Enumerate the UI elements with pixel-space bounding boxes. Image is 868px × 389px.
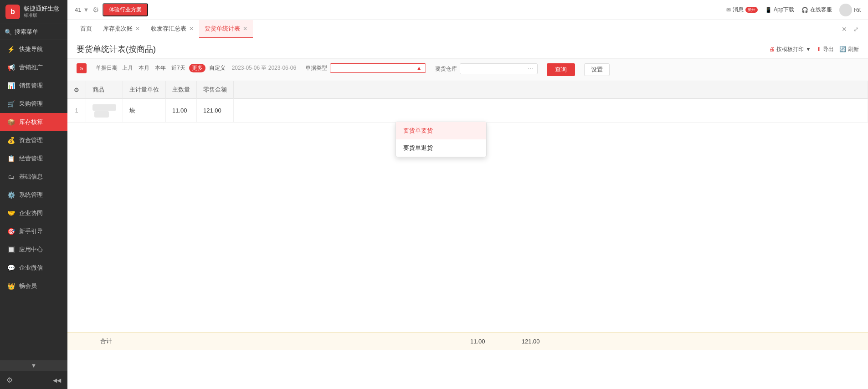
table-settings-icon[interactable]: ⚙ <box>74 87 79 93</box>
date-btn-this-month[interactable]: 本月 <box>137 63 151 73</box>
sidebar-item-sales[interactable]: 📊 销售管理 <box>0 77 67 95</box>
sidebar-item-member[interactable]: 👑 畅会员 <box>0 277 67 295</box>
warehouse-filter-section: 要货仓库 ··· <box>435 63 538 74</box>
collapse-icon[interactable]: ◀◀ <box>53 377 61 384</box>
sidebar-footer: ⚙ ◀◀ <box>0 371 67 389</box>
tab-order-stats-label: 要货单统计表 <box>205 25 240 33</box>
message-icon: ✉ <box>726 7 731 13</box>
sidebar-item-marketing[interactable]: 📢 营销推广 <box>0 58 67 77</box>
page-header: 要货单统计表(按商品) 🖨 按模板打印 ▼ ⬆ 导出 🔄 刷新 <box>67 38 868 59</box>
user-avatar-btn[interactable]: Rit <box>839 4 861 16</box>
sidebar-item-cooperation[interactable]: 🤝 企业协同 <box>0 204 67 222</box>
row-unit: 块 <box>123 99 166 123</box>
type-dropdown-arrow[interactable]: ▲ <box>416 65 422 72</box>
sidebar-item-guide[interactable]: 🎯 新手引导 <box>0 222 67 241</box>
tab-batch-account-label: 库存批次账 <box>103 25 133 33</box>
print-btn[interactable]: 🖨 按模板打印 ▼ <box>769 46 811 53</box>
main-area: 41 ▼ ⚙ 体验行业方案 ✉ 消息 99+ 📱 App下载 🎧 在线客服 R <box>67 0 868 389</box>
window-close-btn[interactable]: ✕ <box>840 25 849 34</box>
dropdown-option-2[interactable]: 要货单退货 <box>396 139 486 157</box>
tab-receivable-summary[interactable]: 收发存汇总表 ✕ <box>145 20 199 38</box>
col-amount: 零售金额 <box>197 81 234 99</box>
system-icon: ⚙️ <box>6 190 15 200</box>
tab-order-stats-close[interactable]: ✕ <box>243 26 247 32</box>
sidebar-item-finance[interactable]: 💰 资金管理 <box>0 131 67 149</box>
type-dropdown-popup: 要货单要货 要货单退货 <box>395 122 487 157</box>
topbar-left: 41 ▼ ⚙ 体验行业方案 <box>75 3 726 16</box>
topbar-settings-icon[interactable]: ⚙ <box>92 5 99 14</box>
product-placeholder-2 <box>94 111 109 118</box>
filter-expand-btn[interactable]: » <box>77 63 87 73</box>
store-selector[interactable]: 41 ▼ <box>75 6 89 13</box>
tab-batch-account[interactable]: 库存批次账 ✕ <box>98 20 145 38</box>
sidebar-item-wechat[interactable]: 💬 企业微信 <box>0 259 67 277</box>
finance-icon: 💰 <box>6 136 15 145</box>
sidebar-item-basic[interactable]: 🗂 基础信息 <box>0 168 67 186</box>
dropdown-option-1-label: 要货单要货 <box>403 127 433 134</box>
warehouse-input[interactable] <box>464 66 528 72</box>
type-input[interactable] <box>334 65 416 72</box>
topbar: 41 ▼ ⚙ 体验行业方案 ✉ 消息 99+ 📱 App下载 🎧 在线客服 R <box>67 0 868 20</box>
search-label: 搜索菜单 <box>15 28 38 36</box>
date-btn-more[interactable]: 更多 <box>189 64 205 72</box>
app-download-label: App下载 <box>774 6 794 14</box>
settings-icon[interactable]: ⚙ <box>6 376 13 384</box>
sidebar-item-quick-nav[interactable]: ⚡ 快捷导航 <box>0 40 67 58</box>
row-amount: 121.00 <box>197 99 234 123</box>
refresh-btn[interactable]: 🔄 刷新 <box>839 46 859 53</box>
sidebar-item-label: 企业微信 <box>19 264 43 272</box>
export-btn[interactable]: ⬆ 导出 <box>817 46 834 53</box>
basic-icon: 🗂 <box>6 172 15 181</box>
promo-button[interactable]: 体验行业方案 <box>103 3 148 16</box>
sidebar: b 畅捷通好生意 标准版 🔍 搜索菜单 ⚡ 快捷导航 📢 营销推广 📊 销售管理… <box>0 0 67 389</box>
sidebar-item-label: 系统管理 <box>19 191 43 199</box>
date-quick-btns: 上月 本月 本年 近7天 更多 自定义 <box>120 63 227 73</box>
purchase-icon: 🛒 <box>6 99 15 108</box>
date-btn-custom[interactable]: 自定义 <box>207 63 227 73</box>
date-filter-label: 单据日期 <box>96 64 118 72</box>
sidebar-item-system[interactable]: ⚙️ 系统管理 <box>0 186 67 204</box>
table-header-row: ⚙ 商品 主计量单位 主数量 零售金额 <box>67 81 868 99</box>
sidebar-item-inventory[interactable]: 📦 库存核算 <box>0 113 67 131</box>
col-settings[interactable]: ⚙ <box>67 81 86 99</box>
date-range-text: 2023-05-06 至 2023-06-06 <box>232 65 296 71</box>
setting-button[interactable]: 设置 <box>584 63 610 76</box>
date-filter-section: 单据日期 上月 本月 本年 近7天 更多 自定义 2023-05-06 至 20… <box>96 63 296 73</box>
tab-batch-account-close[interactable]: ✕ <box>135 26 140 32</box>
page-title: 要货单统计表(按商品) <box>77 44 156 55</box>
date-btn-last-month[interactable]: 上月 <box>120 63 135 73</box>
date-btn-this-year[interactable]: 本年 <box>153 63 168 73</box>
row-quantity: 11.00 <box>166 99 197 123</box>
topbar-right: ✉ 消息 99+ 📱 App下载 🎧 在线客服 Rit <box>726 4 861 16</box>
messages-btn[interactable]: ✉ 消息 99+ <box>726 6 758 14</box>
logo-icon: b <box>5 5 20 19</box>
row-index: 1 <box>67 99 86 123</box>
sidebar-item-label: 资金管理 <box>19 136 43 144</box>
user-name: Rit <box>854 7 861 13</box>
type-filter-label: 单据类型 <box>305 64 327 72</box>
query-button[interactable]: 查询 <box>547 63 575 76</box>
footer-quantity: 11.00 <box>437 338 492 345</box>
tab-order-stats[interactable]: 要货单统计表 ✕ <box>199 20 253 38</box>
sidebar-scroll-down[interactable]: ▼ <box>0 360 67 371</box>
app-download-btn[interactable]: 📱 App下载 <box>765 6 794 14</box>
sidebar-item-label: 畅会员 <box>19 282 37 290</box>
row-extra <box>234 99 868 123</box>
type-dropdown[interactable]: ▲ <box>330 63 426 73</box>
tab-home[interactable]: 首页 <box>75 20 98 38</box>
col-unit: 主计量单位 <box>123 81 166 99</box>
window-expand-btn[interactable]: ⤢ <box>852 25 861 34</box>
online-service-btn[interactable]: 🎧 在线客服 <box>801 6 832 14</box>
date-btn-7days[interactable]: 近7天 <box>169 63 187 73</box>
sales-icon: 📊 <box>6 81 15 90</box>
sidebar-item-purchase[interactable]: 🛒 采购管理 <box>0 95 67 113</box>
sidebar-item-operations[interactable]: 📋 经营管理 <box>0 149 67 168</box>
warehouse-more-icon[interactable]: ··· <box>528 65 534 73</box>
member-icon: 👑 <box>6 282 15 291</box>
tab-receivable-close[interactable]: ✕ <box>189 26 194 32</box>
sidebar-item-label: 销售管理 <box>19 82 43 90</box>
dropdown-option-1[interactable]: 要货单要货 <box>396 122 486 139</box>
sidebar-item-label: 新手引导 <box>19 227 43 235</box>
sidebar-search[interactable]: 🔍 搜索菜单 <box>0 24 67 40</box>
sidebar-item-appstore[interactable]: 🔲 应用中心 <box>0 241 67 259</box>
